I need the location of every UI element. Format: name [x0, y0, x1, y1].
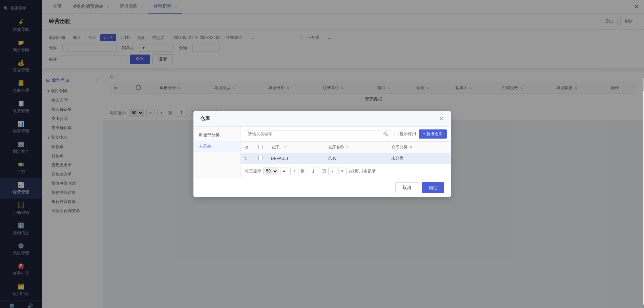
modal-category-all[interactable]: ⊞ 全部分类 [193, 129, 241, 141]
modal-col-category[interactable]: 仓库分类 ⇅ [387, 142, 451, 153]
modal-col-name[interactable]: 仓库名称 ⇅ [324, 142, 387, 153]
modal-next-page[interactable]: › [328, 167, 336, 175]
modal-toolbar: 🔍 显示停用 + 新增仓库 [241, 127, 451, 142]
modal-row-name: 总仓 [324, 153, 387, 164]
modal-row-index: 1 [241, 153, 254, 164]
modal-select-all[interactable] [258, 145, 263, 149]
modal-col-code[interactable]: 仓库... ⇅ [267, 142, 324, 153]
modal-first-page[interactable]: « [280, 167, 288, 175]
modal-footer: 取消 确定 [193, 178, 451, 197]
modal-prev-page[interactable]: ‹ [290, 167, 298, 175]
show-disabled-label[interactable]: 显示停用 [394, 131, 416, 137]
modal-col-gear: ⚙ [241, 142, 254, 153]
modal-category-uncategorized[interactable]: 未分类 [193, 141, 241, 152]
modal-table-row[interactable]: 1 DEFAULT 总仓 未分类 [241, 153, 451, 164]
modal-pagination: 每页显示 50 « ‹ 第 页 › » 共1页, 1条记录 [241, 164, 451, 178]
cancel-button[interactable]: 取消 [395, 182, 418, 193]
modal-col-check [254, 142, 267, 153]
modal-header: 仓库 ✕ [193, 111, 451, 127]
grid-icon-modal: ⊞ [199, 132, 203, 137]
modal-row-checkbox [254, 153, 267, 164]
modal-close-btn[interactable]: ✕ [439, 116, 444, 122]
modal-table: ⚙ 仓库... ⇅ 仓库名称 ⇅ 仓库分类 ⇅ 1 DEFA [241, 142, 451, 164]
modal-search-box[interactable]: 🔍 [245, 130, 392, 138]
modal-per-page-label: 每页显示 [245, 168, 261, 174]
modal-page-input[interactable] [307, 167, 320, 175]
modal-row-category: 未分类 [387, 153, 451, 164]
modal-overlay: 仓库 ✕ ⊞ 全部分类 未分类 [0, 0, 644, 308]
modal-page-label2: 页 [322, 168, 326, 174]
modal-per-page-select[interactable]: 50 [263, 167, 278, 175]
modal-row-check[interactable] [258, 156, 263, 160]
modal-search-input[interactable] [248, 132, 382, 137]
modal-left-panel: ⊞ 全部分类 未分类 [193, 127, 241, 178]
confirm-button[interactable]: 确定 [422, 182, 444, 193]
modal-row-code: DEFAULT [267, 153, 324, 164]
show-disabled-checkbox[interactable] [394, 132, 398, 136]
modal-total-label: 共1页, 1条记录 [349, 168, 376, 174]
modal-search-icon[interactable]: 🔍 [383, 132, 388, 137]
modal-body: ⊞ 全部分类 未分类 🔍 [193, 127, 451, 178]
modal-title: 仓库 [200, 116, 210, 122]
warehouse-modal: 仓库 ✕ ⊞ 全部分类 未分类 [193, 111, 451, 197]
add-warehouse-btn[interactable]: + 新增仓库 [419, 129, 446, 139]
modal-right-panel: 🔍 显示停用 + 新增仓库 ⚙ [241, 127, 451, 178]
modal-last-page[interactable]: » [338, 167, 347, 175]
modal-page-label: 第 [300, 168, 305, 174]
modal-table-area: ⚙ 仓库... ⇅ 仓库名称 ⇅ 仓库分类 ⇅ 1 DEFA [241, 142, 451, 164]
